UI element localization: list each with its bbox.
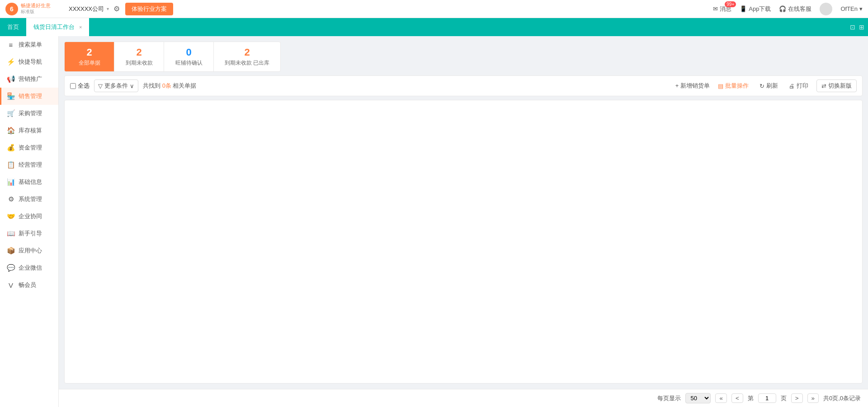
content-area: 2 全部单据 2 到期未收款 0 旺辅待确认 2 到期未收款 已出库 [59,36,868,389]
sidebar-item-wechat[interactable]: 💬 企业微信 [0,259,58,276]
tab-daily-work[interactable]: 钱货日清工作台 × [26,18,89,36]
stat-label-overdue-out: 到期未收款 已出库 [225,59,269,67]
stat-number-wangwang: 0 [175,47,203,58]
tab-close-icon[interactable]: × [79,24,82,30]
refresh-label: 刷新 [766,82,778,90]
stat-number-all: 2 [75,47,103,58]
collapse-icon[interactable]: ⊡ [850,23,855,31]
trial-button[interactable]: 体验行业方案 [125,3,173,15]
expand-icon[interactable]: ⊞ [859,23,864,31]
sidebar-label-inventory: 库存核算 [19,126,42,135]
guide-icon: 📖 [7,229,15,238]
sidebar-item-inventory[interactable]: 🏠 库存核算 [0,122,58,139]
stat-tab-wangwang[interactable]: 0 旺辅待确认 [164,42,214,71]
found-suffix: 相关单据 [173,82,196,89]
search-menu-icon: ≡ [7,41,15,49]
sidebar-label-guide: 新手引导 [19,229,42,238]
per-page-label: 每页显示 [657,394,681,402]
sidebar-item-basic-info[interactable]: 📊 基础信息 [0,173,58,191]
online-service-btn[interactable]: 🎧 在线客服 [779,5,811,13]
stat-number-overdue-out: 2 [225,47,269,58]
new-sale-btn[interactable]: + 新增销货单 [675,82,710,90]
sidebar-item-sales[interactable]: 🏪 销售管理 [0,88,58,105]
company-selector[interactable]: XXXXXX公司 ▾ [69,5,109,13]
select-all-input[interactable] [70,83,76,89]
app-body: ≡ 搜索菜单 ⚡ 快捷导航 📢 营销推广 🏪 销售管理 🛒 采购管理 🏠 库存核… [0,36,868,407]
batch-op-icon: ▤ [718,83,723,89]
sidebar-label-marketing: 营销推广 [19,75,42,83]
header-right: ✉ 消息 99+ 📱 App下载 🎧 在线客服 OfTEn ▾ [713,3,863,15]
sidebar-label-system: 系统管理 [19,195,42,203]
sidebar-item-guide[interactable]: 📖 新手引导 [0,225,58,242]
sidebar-label-finance: 资金管理 [19,144,42,152]
select-all-checkbox[interactable]: 全选 [70,82,90,90]
per-page-select[interactable]: 50 100 200 [685,393,711,403]
batch-op-btn[interactable]: ▤ 批量操作 [715,80,751,92]
sidebar-item-cooperation[interactable]: 🤝 企业协同 [0,208,58,225]
page-number-input[interactable] [758,393,776,403]
nav-tabs: 首页 钱货日清工作台 × ⊡ ⊞ [0,18,868,36]
refresh-btn[interactable]: ↻ 刷新 [757,80,781,92]
username-area[interactable]: OfTEn ▾ [840,5,863,12]
sidebar-item-operations[interactable]: 📋 经营管理 [0,156,58,173]
stat-tab-overdue[interactable]: 2 到期未收款 [114,42,164,71]
sidebar-label-vip: 畅会员 [19,281,36,289]
sidebar-item-finance[interactable]: 💰 资金管理 [0,139,58,156]
switch-icon: ⇄ [821,83,826,89]
page-label: 第 [748,394,754,402]
sidebar-item-search-menu[interactable]: ≡ 搜索菜单 [0,36,58,53]
sidebar-label-quick-nav: 快捷导航 [19,58,42,66]
prev-page-btn[interactable]: < [731,393,743,403]
marketing-icon: 📢 [7,75,15,83]
table-area [64,100,863,384]
nav-expand-btns: ⊡ ⊞ [850,18,868,36]
last-page-btn[interactable]: » [807,393,819,403]
logo-icon: 6 [5,3,18,15]
logo-title: 畅捷通好生意 [21,3,51,9]
sidebar-item-app-center[interactable]: 📦 应用中心 [0,242,58,259]
filter-label: 更多条件 [104,82,128,90]
found-count: 0条 [162,82,171,89]
toolbar-right: + 新增销货单 ▤ 批量操作 ↻ 刷新 🖨 打印 ⇄ [675,80,857,92]
avatar[interactable] [820,3,832,15]
stat-label-wangwang: 旺辅待确认 [175,59,203,67]
sidebar-item-quick-nav[interactable]: ⚡ 快捷导航 [0,53,58,70]
filter-button[interactable]: ▽ 更多条件 ∨ [94,80,138,92]
basic-info-icon: 📊 [7,178,15,186]
sidebar-label-sales: 销售管理 [19,92,42,100]
print-label: 打印 [797,82,808,90]
app-download-btn[interactable]: 📱 App下载 [740,5,771,13]
sidebar-item-purchase[interactable]: 🛒 采购管理 [0,105,58,122]
message-btn[interactable]: ✉ 消息 99+ [713,5,731,13]
print-btn[interactable]: 🖨 打印 [786,80,811,92]
app-download-icon: 📱 [740,5,747,12]
stat-tab-all[interactable]: 2 全部单据 [65,42,114,71]
first-page-btn[interactable]: « [715,393,726,403]
cooperation-icon: 🤝 [7,212,15,220]
inventory-icon: 🏠 [7,126,15,135]
sidebar: ≡ 搜索菜单 ⚡ 快捷导航 📢 营销推广 🏪 销售管理 🛒 采购管理 🏠 库存核… [0,36,59,407]
sidebar-label-purchase: 采购管理 [19,109,42,117]
stat-tab-overdue-out[interactable]: 2 到期未收款 已出库 [214,42,280,71]
top-header: 6 畅捷通好生意 标准版 XXXXXX公司 ▾ ⚙ 体验行业方案 ✉ 消息 99… [0,0,868,18]
chevron-down-icon: ▾ [107,6,109,11]
system-icon: ⚙ [7,195,15,203]
batch-op-label: 批量操作 [725,82,749,90]
sidebar-item-marketing[interactable]: 📢 营销推广 [0,70,58,88]
switch-version-btn[interactable]: ⇄ 切换新版 [816,80,857,92]
next-page-btn[interactable]: > [791,393,803,403]
tab-home-label: 首页 [7,23,19,31]
filter-chevron-icon: ∨ [130,83,134,89]
sidebar-item-vip[interactable]: V 畅会员 [0,276,58,294]
username-text: OfTEn [840,5,858,12]
pagination-bar: 每页显示 50 100 200 « < 第 页 > » 共0页,0条记录 [59,389,868,407]
toolbar-left: 全选 ▽ 更多条件 ∨ 共找到 0条 相关单据 [70,80,670,92]
sidebar-item-system[interactable]: ⚙ 系统管理 [0,191,58,208]
select-all-label: 全选 [78,82,90,90]
sidebar-label-operations: 经营管理 [19,161,42,169]
operations-icon: 📋 [7,161,15,169]
filter-icon: ▽ [98,83,103,89]
tab-home[interactable]: 首页 [0,18,26,36]
settings-icon[interactable]: ⚙ [113,5,120,13]
print-icon: 🖨 [789,83,795,89]
